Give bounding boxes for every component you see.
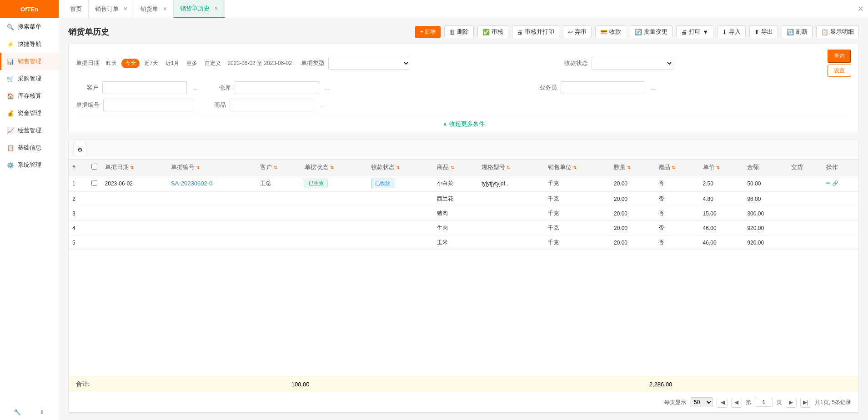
next-page-button[interactable]: ▶ bbox=[786, 397, 797, 408]
date-shortcut-yesterday[interactable]: 昨天 bbox=[103, 59, 120, 68]
th-gift[interactable]: 赠品 ⇅ bbox=[655, 160, 699, 175]
cell-sales-unit: 千克 bbox=[544, 221, 610, 235]
tab-close-sales-delivery-history[interactable]: ✕ bbox=[214, 5, 218, 11]
delete-icon: 🗑 bbox=[449, 29, 455, 35]
goods-ellipsis[interactable]: ... bbox=[318, 102, 326, 109]
cell-index: 3 bbox=[69, 206, 88, 221]
detail-action[interactable]: 🔗 bbox=[832, 180, 838, 186]
per-page-select[interactable]: 50 100 200 bbox=[690, 397, 713, 407]
sidebar-item-system-mgmt[interactable]: ⚙️ 系统管理 bbox=[0, 156, 59, 174]
sort-quantity-icon: ⇅ bbox=[627, 165, 631, 170]
tab-close-all[interactable]: ✕ bbox=[858, 5, 863, 13]
filter-row-2: 客户 ... 仓库 ... 业务员 ... bbox=[76, 81, 851, 94]
refresh-button[interactable]: 🔃 刷新 bbox=[782, 25, 813, 38]
first-page-button[interactable]: |◀ bbox=[717, 397, 728, 408]
customer-ellipsis[interactable]: ... bbox=[191, 85, 199, 91]
table-settings-row: ⚙ bbox=[69, 140, 858, 160]
collapse-conditions-row: ∧ 收起更多条件 bbox=[76, 120, 851, 128]
cell-doc-status bbox=[301, 192, 367, 206]
date-shortcut-today[interactable]: 今天 bbox=[121, 59, 140, 68]
tab-close-sales-order[interactable]: ✕ bbox=[123, 6, 127, 12]
tab-sales-order[interactable]: 销售订单 ✕ bbox=[89, 0, 134, 18]
tab-sales-delivery-history[interactable]: 销货单历史 ✕ bbox=[174, 0, 225, 18]
th-quantity[interactable]: 数量 ⇅ bbox=[610, 160, 655, 175]
table-config-button[interactable]: ⚙ bbox=[73, 143, 87, 156]
doc-number-input[interactable] bbox=[103, 99, 194, 111]
th-transaction: 交货 bbox=[788, 160, 823, 175]
sidebar-item-sales-mgmt[interactable]: 📊 销售管理 bbox=[0, 53, 59, 70]
collect-button[interactable]: 💳 收款 bbox=[595, 25, 626, 38]
th-doc-number[interactable]: 单据编号 ⇅ bbox=[167, 160, 256, 175]
print-button[interactable]: 🖨 打印 ▼ bbox=[676, 25, 713, 38]
sidebar-item-finance-mgmt[interactable]: 💰 资金管理 bbox=[0, 105, 59, 122]
tab-close-sales-delivery[interactable]: ✕ bbox=[163, 6, 167, 12]
sidebar-item-quick-nav[interactable]: ⚡ 快捷导航 bbox=[0, 35, 59, 53]
settings-filter-button[interactable]: 设置 bbox=[828, 65, 851, 77]
warehouse-input[interactable] bbox=[235, 81, 319, 94]
page-input[interactable] bbox=[755, 398, 773, 407]
delete-button[interactable]: 🗑 删除 bbox=[444, 25, 474, 38]
collapse-conditions-button[interactable]: ∧ 收起更多条件 bbox=[443, 120, 485, 128]
tab-sales-delivery[interactable]: 销货单 ✕ bbox=[134, 0, 174, 18]
tab-home[interactable]: 首页 bbox=[64, 0, 89, 18]
th-collect-status[interactable]: 收款状态 ⇅ bbox=[367, 160, 433, 175]
sidebar-collapse-icon[interactable]: 🔧 bbox=[14, 409, 21, 415]
th-unit-price[interactable]: 单价 ⇅ bbox=[699, 160, 744, 175]
sort-doc-number-icon: ⇅ bbox=[196, 165, 200, 170]
date-shortcuts: 昨天 今天 近7天 近1月 更多 自定义 bbox=[103, 59, 224, 68]
money-icon: 💰 bbox=[7, 110, 14, 117]
th-goods[interactable]: 商品 ⇅ bbox=[433, 160, 478, 175]
query-button[interactable]: 查询 bbox=[828, 50, 851, 63]
customer-input[interactable] bbox=[102, 81, 187, 94]
sidebar-item-search-menu[interactable]: 🔍 搜索菜单 bbox=[0, 18, 59, 35]
th-customer[interactable]: 客户 ⇅ bbox=[256, 160, 301, 175]
row-checkbox[interactable] bbox=[91, 180, 97, 186]
show-details-button[interactable]: 📋 显示明细 bbox=[816, 25, 859, 38]
import-icon: ⬇ bbox=[722, 29, 727, 35]
sidebar-item-label: 资金管理 bbox=[18, 109, 41, 117]
import-button[interactable]: ⬇ 导入 bbox=[717, 25, 746, 38]
cell-transaction bbox=[788, 221, 823, 235]
goods-label: 商品 bbox=[203, 101, 226, 109]
sidebar-item-inventory-calc[interactable]: 🏠 库存核算 bbox=[0, 87, 59, 105]
edit-action[interactable]: ✏ bbox=[826, 180, 830, 186]
batch-change-button[interactable]: 🔄 批量变更 bbox=[630, 25, 672, 38]
sidebar-pause-icon[interactable]: ⏸ bbox=[39, 409, 45, 415]
cell-doc-number bbox=[167, 192, 256, 206]
th-index: # bbox=[69, 160, 88, 175]
batch-change-icon: 🔄 bbox=[635, 29, 642, 35]
cell-checkbox bbox=[88, 175, 101, 192]
goods-input[interactable] bbox=[230, 99, 314, 111]
th-spec-model[interactable]: 规格型号 ⇅ bbox=[478, 160, 544, 175]
date-shortcut-1month[interactable]: 近1月 bbox=[163, 59, 182, 68]
table-row: 1 2023-06-02 SA-20230602-0 王总 已生效 已收款 小白… bbox=[69, 175, 858, 192]
th-sales-unit[interactable]: 销售单位 ⇅ bbox=[544, 160, 610, 175]
sidebar-item-label: 基础信息 bbox=[18, 144, 41, 152]
th-date[interactable]: 单据日期 ⇅ bbox=[101, 160, 167, 175]
date-shortcut-more[interactable]: 更多 bbox=[184, 59, 200, 68]
warehouse-ellipsis[interactable]: ... bbox=[323, 85, 331, 91]
sidebar-item-basic-info[interactable]: 📋 基础信息 bbox=[0, 139, 59, 156]
last-page-button[interactable]: ▶| bbox=[800, 397, 811, 408]
page-unit: 页 bbox=[777, 399, 782, 406]
salesperson-ellipsis[interactable]: ... bbox=[649, 85, 657, 91]
review-print-button[interactable]: 🖨 审核并打印 bbox=[512, 25, 559, 38]
select-all-checkbox[interactable] bbox=[91, 164, 97, 170]
sidebar-item-purchase-mgmt[interactable]: 🛒 采购管理 bbox=[0, 70, 59, 87]
th-doc-status[interactable]: 单据状态 ⇅ bbox=[301, 160, 367, 175]
sidebar-item-operation-mgmt[interactable]: 📈 经营管理 bbox=[0, 122, 59, 139]
prev-page-button[interactable]: ◀ bbox=[731, 397, 742, 408]
page-header: 销货单历史 + 新增 🗑 删除 ✅ 审核 🖨 审核并打印 ↩ 弃审 bbox=[68, 25, 859, 38]
sidebar-item-label: 搜索菜单 bbox=[18, 23, 41, 31]
collect-status-select[interactable] bbox=[592, 57, 673, 70]
date-shortcut-7days[interactable]: 近7天 bbox=[141, 59, 161, 68]
abandon-button[interactable]: ↩ 弃审 bbox=[563, 25, 592, 38]
salesperson-input[interactable] bbox=[561, 81, 645, 94]
review-button[interactable]: ✅ 审核 bbox=[477, 25, 508, 38]
export-button[interactable]: ⬆ 导出 bbox=[749, 25, 778, 38]
doc-type-select[interactable] bbox=[328, 57, 410, 70]
cell-collect-status: 已收款 bbox=[367, 175, 433, 192]
export-icon: ⬆ bbox=[754, 29, 759, 35]
new-button[interactable]: + 新增 bbox=[415, 26, 441, 38]
date-shortcut-custom[interactable]: 自定义 bbox=[202, 59, 224, 68]
